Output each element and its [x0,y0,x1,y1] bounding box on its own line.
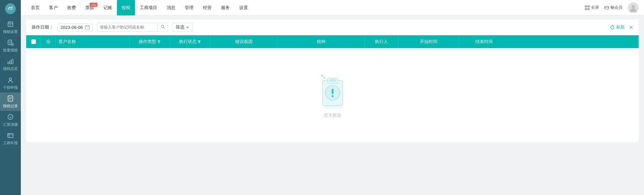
table-body: 暂无数据 [26,48,639,142]
sidebar-item-personal-tax[interactable]: 个税申报 [0,74,21,92]
sidebar-item-tax-record[interactable]: 报税记录 [0,92,21,111]
svg-point-16 [9,78,12,80]
nav-settings[interactable]: 设置 [234,0,253,15]
select-all-checkbox[interactable] [31,39,36,44]
sidebar-item-tax-settings-label: 报税设置 [3,30,18,34]
svg-rect-14 [10,61,11,64]
svg-text:¥: ¥ [9,116,11,119]
date-value: 2023-06-06 [60,25,83,30]
user-avatar-image [628,2,639,13]
tax-record-icon [7,95,14,103]
th-end-time: 结束时间 [459,35,509,48]
nav-service[interactable]: 服务 [216,0,234,15]
calendar-icon [85,25,90,30]
th-tax-type: 税种 [277,35,365,48]
nav-message[interactable]: 消息 [162,0,180,15]
nav-commerce[interactable]: 工商项目 [135,0,162,15]
sidebar-item-tax-overview[interactable]: 报税总览 [0,55,21,74]
th-start-time: 开始时间 [398,35,459,48]
svg-line-47 [322,75,325,79]
filter-icon-operation[interactable] [157,40,161,43]
tax-overview-icon [7,58,14,66]
filter-icon-status[interactable] [198,40,201,43]
user-avatar[interactable] [628,2,639,13]
th-client-name: 客户名称 [56,35,130,48]
refresh-label: 刷新 [616,24,625,30]
th-exec-status: 执行状态 [170,35,210,48]
table-header: 客户名称 操作类型 执行状态 错误股因 [26,35,639,48]
fullscreen-icon [585,5,590,10]
date-picker[interactable]: 2023-06-06 [57,24,93,31]
close-button[interactable]: ✕ [629,24,633,31]
th-operation-type: 操作类型 [130,35,170,48]
data-table: 客户名称 操作类型 执行状态 错误股因 [26,35,639,142]
svg-line-39 [163,28,165,29]
refresh-button[interactable]: 刷新 [610,24,625,30]
sidebar-item-tax-overview-label: 报税总览 [3,67,18,71]
nav-billing[interactable]: 收费 [62,0,81,15]
new-badge: new [90,3,97,7]
th-executor: 执行人 [365,35,398,48]
member-icon [604,5,609,10]
sidebar-item-tax-settings[interactable]: 报税设置 [0,18,21,37]
annual-report-icon [7,132,14,140]
nav-invoice[interactable]: 票据 new [81,0,99,15]
svg-rect-15 [12,59,13,64]
sidebar-item-annual-report[interactable]: 工商年报 [0,129,21,148]
filter-label-text: 筛选 [176,24,184,30]
date-label: 操作日期： [32,24,53,30]
svg-rect-46 [332,89,334,94]
refresh-icon [610,25,615,30]
nav-client[interactable]: 客户 [44,0,62,15]
svg-rect-34 [85,26,89,29]
page-content: 操作日期： 2023-06-06 [21,15,644,195]
search-box [97,23,168,32]
chevron-down-icon [186,26,189,29]
svg-rect-13 [8,62,9,64]
svg-rect-29 [588,8,589,10]
svg-rect-30 [605,6,609,9]
sidebar-item-tax-record-label: 报税记录 [3,104,18,108]
main-content: 首页 客户 收费 票据 new 记账 报税 工商项目 消息 管理 经营 服务 设… [21,0,644,195]
svg-rect-23 [8,133,13,138]
empty-illustration [316,72,349,109]
sidebar: 报税设置 批量报税 报税总览 [0,0,21,195]
sidebar-item-batch-tax-label: 批量报税 [3,48,18,52]
th-error-reason: 错误股因 [210,35,277,48]
svg-point-48 [321,75,323,76]
svg-rect-26 [585,6,587,7]
column-settings-icon [46,39,51,44]
member-button[interactable]: 畅会员 [604,5,622,10]
nav-tax[interactable]: 报税 [117,0,135,15]
search-icon [161,25,165,29]
top-navigation: 首页 客户 收费 票据 new 记账 报税 工商项目 消息 管理 经营 服务 设… [21,0,644,15]
fullscreen-button[interactable]: 全屏 [585,5,599,10]
sidebar-item-annual-report-label: 工商年报 [3,141,18,145]
tax-settings-icon [7,21,14,29]
nav-manage[interactable]: 管理 [180,0,198,15]
th-settings[interactable] [41,35,56,48]
svg-rect-28 [585,8,587,10]
svg-point-0 [5,3,16,14]
app-logo[interactable] [4,3,16,15]
filter-button[interactable]: 筛选 [172,23,193,32]
settlement-icon: ¥ [7,114,14,121]
nav-operation[interactable]: 经营 [198,0,216,15]
personal-tax-icon [7,77,14,84]
empty-text: 暂无数据 [324,112,341,118]
filter-actions: 刷新 ✕ [610,24,633,31]
sidebar-item-settlement[interactable]: ¥ 汇算清缴 [0,111,21,129]
search-button[interactable] [158,23,168,31]
sidebar-item-batch-tax[interactable]: 批量报税 [0,37,21,55]
svg-point-33 [632,5,635,8]
th-checkbox[interactable] [26,35,41,48]
sidebar-item-settlement-label: 汇算清缴 [3,122,18,127]
sidebar-item-personal-tax-label: 个税申报 [3,85,18,90]
svg-point-49 [323,106,343,109]
nav-bookkeeping[interactable]: 记账 [99,0,117,15]
svg-point-40 [47,41,49,43]
svg-rect-43 [329,79,336,82]
search-input[interactable] [97,24,158,31]
nav-home[interactable]: 首页 [26,0,44,15]
topnav-right-area: 全屏 畅会员 [585,2,639,13]
